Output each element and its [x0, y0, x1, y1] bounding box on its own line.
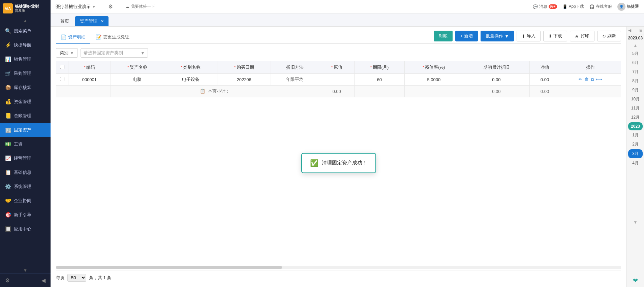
edit-icon[interactable]: ✏ [579, 77, 582, 82]
select-all-checkbox[interactable] [60, 65, 64, 69]
feedback-icon: ☁ [125, 4, 129, 9]
sidebar-item-label: 企业协同 [14, 198, 31, 204]
tab-close-icon[interactable]: ✕ [101, 19, 104, 23]
print-button[interactable]: 🖨 打印 [570, 31, 594, 41]
table-row: 000001 电脑 电子设备 202206 年限平均 60 5.0000 0.0… [56, 74, 621, 86]
th-name: *资产名称 [111, 61, 164, 74]
month-7[interactable]: 7月 [627, 67, 644, 76]
th-purchase-date: *购买日期 [217, 61, 271, 74]
ledger-icon: 📒 [5, 113, 11, 119]
month-2[interactable]: 2月 [627, 140, 644, 149]
sidebar-item-fixed-assets[interactable]: 🏢 固定资产 [0, 123, 51, 137]
company-name: 医疗器械行业演示 [56, 4, 91, 10]
subtotal-label-cell: 📋 本页小计： [111, 86, 319, 97]
horizontal-scrollbar[interactable] [56, 266, 621, 269]
panel-scroll-down[interactable]: ▼ [632, 219, 639, 226]
tab-asset-label: 资产管理 [80, 19, 97, 24]
month-11[interactable]: 11月 [627, 104, 644, 113]
sidebar-item-operations[interactable]: 📈 经营管理 [0, 151, 51, 165]
topbar-right: 💬 消息 99+ 📱 App下载 🎧 在线客服 👤 畅捷通 [533, 3, 639, 11]
th-checkbox [56, 61, 68, 74]
delete-icon[interactable]: 🗑 [584, 77, 589, 82]
sidebar-item-salary[interactable]: 💵 工资 [0, 137, 51, 151]
cooperation-icon: 🤝 [5, 198, 11, 204]
subtab-asset-detail[interactable]: 📄 资产明细 [56, 31, 90, 44]
sidebar-item-inventory[interactable]: 📦 库存核算 [0, 81, 51, 95]
online-service-button[interactable]: 🎧 在线客服 [589, 4, 612, 9]
app-download-button[interactable]: 📱 App下载 [562, 4, 584, 9]
quick-nav-icon: ⚡ [5, 42, 11, 48]
new-button[interactable]: + 新增 [455, 31, 478, 41]
panel-scroll-up[interactable]: ▲ [632, 42, 639, 49]
month-12[interactable]: 12月 [627, 113, 644, 122]
row-select-checkbox[interactable] [60, 77, 64, 81]
subtotal-initial: 0.00 [463, 86, 530, 97]
tab-home[interactable]: 首页 [56, 16, 74, 26]
month-3-current[interactable]: 3月 [628, 149, 643, 158]
expand-icon[interactable]: ◀ [628, 28, 631, 33]
batch-ops-button[interactable]: 批量操作 ▼ [481, 31, 514, 41]
collapse-icon[interactable]: ⊞ [639, 28, 643, 33]
sidebar-item-search[interactable]: 🔍 搜索菜单 [0, 24, 51, 38]
logo-icon: AtA [3, 3, 13, 13]
sidebar-settings-icon[interactable]: ⚙ [5, 277, 10, 284]
month-8[interactable]: 8月 [627, 76, 644, 86]
app-download-label: App下载 [569, 4, 584, 9]
tab-asset-management[interactable]: 资产管理 ✕ [75, 16, 109, 26]
print-icon: 🖨 [575, 34, 579, 39]
feedback-button[interactable]: ☁ 我要体验一下 [125, 4, 155, 9]
user-info[interactable]: 👤 畅捷通 [617, 3, 639, 11]
sidebar-item-label: 新手引导 [14, 212, 31, 218]
sidebar-item-finance[interactable]: 💰 资金管理 [0, 95, 51, 109]
sidebar-item-quick-nav[interactable]: ⚡ 快捷导航 [0, 38, 51, 52]
right-panel-header: ◀ ⊞ [627, 27, 644, 34]
sidebar-scroll-down[interactable]: ▼ [0, 267, 51, 274]
refresh-label: 刷新 [607, 33, 616, 39]
scrollbar-thumb[interactable] [56, 266, 282, 269]
sidebar-scroll-up[interactable]: ▲ [0, 17, 51, 24]
row-period: 60 [354, 74, 404, 86]
month-5[interactable]: 5月 [627, 49, 644, 58]
category-placeholder: 请选择固定资产类别 [84, 50, 123, 56]
th-category: *类别名称 [164, 61, 217, 74]
tabs-bar: 首页 资产管理 ✕ [51, 13, 644, 27]
sidebar-item-purchase[interactable]: 🛒 采购管理 [0, 66, 51, 81]
month-1[interactable]: 1月 [627, 131, 644, 140]
sidebar-item-label: 系统管理 [14, 184, 31, 190]
month-6[interactable]: 6月 [627, 58, 644, 67]
month-9[interactable]: 9月 [627, 86, 644, 95]
subtotal-row: 📋 本页小计： 0.00 0.00 0.00 [56, 86, 621, 97]
sidebar-item-apps[interactable]: 🔲 应用中心 [0, 222, 51, 236]
import-button[interactable]: ⬇ 导入 [517, 31, 541, 41]
category-value-select[interactable]: 请选择固定资产类别 ▼ [81, 48, 148, 58]
settings-button[interactable]: ⚙ [108, 3, 113, 10]
copy-icon[interactable]: ⧉ [591, 77, 594, 82]
row-depreciation: 年限平均 [271, 74, 319, 86]
sidebar-item-basic-info[interactable]: 📋 基础信息 [0, 165, 51, 180]
month-4[interactable]: 4月 [627, 159, 644, 168]
month-list: 5月 6月 7月 8月 9月 10月 11月 12月 2023 1月 2月 3月… [627, 49, 644, 168]
subtab-change-voucher[interactable]: 📝 变更生成凭证 [91, 31, 134, 44]
sidebar-item-guide[interactable]: 🎯 新手引导 [0, 208, 51, 222]
category-select[interactable]: 类别 ▼ [56, 48, 78, 58]
download-button[interactable]: ⬇ 下载 [543, 31, 567, 41]
company-selector[interactable]: 医疗器械行业演示 ▼ [56, 4, 96, 10]
apps-icon: 🔲 [5, 226, 11, 232]
sidebar-bottom: ⚙ ◀ [0, 274, 51, 287]
month-10[interactable]: 10月 [627, 95, 644, 104]
refresh-button[interactable]: ↻ 刷新 [597, 31, 621, 41]
sidebar-item-system[interactable]: ⚙️ 系统管理 [0, 180, 51, 194]
sidebar-collapse-icon[interactable]: ◀ [41, 277, 45, 284]
tab-home-label: 首页 [60, 19, 69, 24]
message-badge: 99+ [549, 4, 557, 9]
row-name: 电脑 [111, 74, 164, 86]
panel-heart-icon[interactable]: ❤ [633, 277, 638, 284]
sidebar-item-cooperation[interactable]: 🤝 企业协同 [0, 194, 51, 208]
sidebar-item-sales[interactable]: 📊 销售管理 [0, 52, 51, 66]
message-button[interactable]: 💬 消息 99+ [533, 4, 557, 9]
more-icon[interactable]: ⟺ [596, 77, 602, 82]
per-page-select[interactable]: 50 100 200 [67, 274, 86, 282]
sidebar-item-ledger[interactable]: 📒 总账管理 [0, 109, 51, 123]
fixed-assets-icon: 🏢 [5, 127, 11, 133]
reconcile-button[interactable]: 对账 [434, 31, 453, 41]
